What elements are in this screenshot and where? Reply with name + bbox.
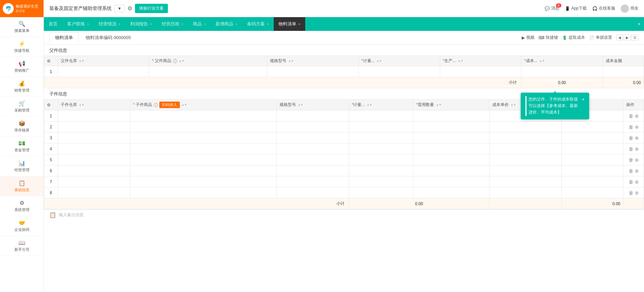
note-placeholder[interactable]: 输入备注信息 bbox=[59, 212, 84, 218]
close-all-tabs-button[interactable]: × bbox=[634, 21, 644, 27]
user-menu[interactable]: 用友 bbox=[621, 4, 639, 13]
sidebar-item-collab[interactable]: 🤝 企业协同 bbox=[0, 216, 44, 236]
child-warehouse-2[interactable] bbox=[58, 121, 130, 132]
tab-barcode-close[interactable]: × bbox=[267, 22, 269, 26]
child-col-settings[interactable]: ⚙ bbox=[44, 100, 58, 110]
trial-button[interactable]: 体验行业方案 bbox=[135, 4, 168, 13]
copy-row-6-button[interactable]: ⊕ bbox=[635, 168, 639, 174]
video-action[interactable]: ▶ 视频 bbox=[522, 35, 534, 40]
tab-barcode[interactable]: 条码方案 × bbox=[242, 17, 274, 31]
cost-tooltip: × 您的父件、子件的成本取值可以选择【参考成本、最新进价、平均成本】 bbox=[521, 93, 589, 119]
parent-warehouse-cell[interactable] bbox=[58, 66, 149, 77]
child-col-product: * 子件商品 i 扫码录入 ▲▼ bbox=[130, 100, 276, 110]
copy-row-2-button[interactable]: ⊕ bbox=[635, 124, 639, 130]
prev-tab-button[interactable]: ◀ bbox=[616, 35, 623, 40]
parent-col-settings[interactable]: ⚙ bbox=[44, 56, 58, 66]
sidebar-item-basic-info[interactable]: 📋 基础信息 bbox=[0, 176, 44, 196]
child-unit-2[interactable] bbox=[349, 121, 413, 132]
child-warehouse-1[interactable] bbox=[58, 110, 130, 121]
child-unit-1[interactable] bbox=[349, 110, 413, 121]
shortcut-action[interactable]: ⌨ 快捷键 bbox=[538, 35, 558, 40]
child-spec-1[interactable] bbox=[276, 110, 349, 121]
parent-unit-cell[interactable] bbox=[358, 66, 440, 77]
sidebar-item-operations[interactable]: 📊 经营管理 bbox=[0, 156, 44, 176]
sidebar-item-purchase[interactable]: 🛒 采购管理 bbox=[0, 97, 44, 117]
child-qty-1[interactable] bbox=[413, 110, 489, 121]
child-qty-2[interactable] bbox=[413, 121, 489, 132]
tab-history[interactable]: 经营历程 × bbox=[157, 17, 188, 31]
tab-history-close[interactable]: × bbox=[182, 22, 184, 26]
delete-row-6-button[interactable]: 🗑 bbox=[629, 168, 633, 174]
tab-customer[interactable]: 客户联络 × bbox=[62, 17, 94, 31]
tab-new-goods[interactable]: 新增商品 × bbox=[211, 17, 242, 31]
child-table-row: 7 🗑⊕ bbox=[44, 176, 644, 187]
parent-product-cell[interactable] bbox=[149, 66, 267, 77]
tab-profit[interactable]: 利润报告 × bbox=[125, 17, 157, 31]
parent-col-product: * 父件商品 i ▲▼ bbox=[149, 56, 267, 66]
tab-operations[interactable]: 经营情况 × bbox=[94, 17, 125, 31]
delete-row-1-button[interactable]: 🗑 bbox=[629, 113, 633, 119]
sub-tabs: 物料清单 物料清单编码 0000005 ▶ 视频 ⌨ 快捷键 💲 提取成本 bbox=[44, 31, 644, 45]
copy-row-8-button[interactable]: ⊕ bbox=[635, 190, 639, 196]
logo-sub: 标准版 bbox=[16, 9, 38, 13]
sub-tab-bom-list[interactable]: 物料清单 bbox=[49, 32, 79, 43]
delete-row-8-button[interactable]: 🗑 bbox=[629, 190, 633, 196]
child-cost-amount-2 bbox=[562, 121, 623, 132]
system-select-button[interactable]: ▼ bbox=[114, 5, 125, 12]
app-download-button[interactable]: 📱 App下载 bbox=[565, 5, 587, 11]
child-product-2[interactable] bbox=[130, 121, 276, 132]
message-badge: 6 bbox=[556, 3, 561, 8]
sidebar-item-system[interactable]: ⚙ 系统管理 bbox=[0, 196, 44, 216]
parent-col-unit: *计量... ▲▼ bbox=[358, 56, 440, 66]
copy-row-7-button[interactable]: ⊕ bbox=[635, 179, 639, 185]
delete-row-2-button[interactable]: 🗑 bbox=[629, 124, 633, 130]
menu-tab-button[interactable]: ☰ bbox=[631, 35, 639, 40]
tab-home[interactable]: 首页 bbox=[44, 17, 62, 31]
copy-row-3-button[interactable]: ⊕ bbox=[635, 135, 639, 141]
sub-tab-bom-code[interactable]: 物料清单编码 0000005 bbox=[80, 33, 136, 43]
sidebar-item-marketing[interactable]: 📢 营销推广 bbox=[0, 57, 44, 77]
parent-row-num: 1 bbox=[44, 66, 58, 77]
child-col-unit: *计量... ▲▼ bbox=[349, 100, 413, 110]
tab-goods-close[interactable]: × bbox=[204, 22, 206, 26]
parent-col-cost: *成本... ▲▼ bbox=[521, 56, 603, 66]
delete-row-7-button[interactable]: 🗑 bbox=[629, 179, 633, 185]
parent-spec-cell[interactable] bbox=[267, 66, 358, 77]
next-tab-button[interactable]: ▶ bbox=[624, 35, 631, 40]
copy-row-4-button[interactable]: ⊕ bbox=[635, 146, 639, 152]
child-spec-2[interactable] bbox=[276, 121, 349, 132]
parent-production-cell[interactable] bbox=[440, 66, 521, 77]
delete-row-5-button[interactable]: 🗑 bbox=[629, 157, 633, 163]
message-button[interactable]: 💬 消息 6 bbox=[545, 5, 559, 11]
child-table-row: 2 🗑 ⊕ bbox=[44, 121, 644, 132]
tab-operations-close[interactable]: × bbox=[119, 22, 121, 26]
sidebar-item-search[interactable]: 🔍 搜索菜单 bbox=[0, 17, 44, 37]
tab-new-goods-close[interactable]: × bbox=[235, 22, 237, 26]
tab-customer-close[interactable]: × bbox=[87, 22, 89, 26]
sidebar-item-finance[interactable]: 💵 资金管理 bbox=[0, 137, 44, 156]
parent-cost-cell[interactable] bbox=[521, 66, 603, 77]
online-service-button[interactable]: 🎧 在线客服 bbox=[592, 5, 615, 11]
sidebar-item-inventory[interactable]: 📦 库存核算 bbox=[0, 117, 44, 137]
tab-bom-close[interactable]: × bbox=[298, 22, 300, 26]
parent-col-cost-amount: 成本金额 bbox=[603, 56, 644, 66]
parent-col-production: *生产... ▲▼ bbox=[440, 56, 521, 66]
tab-profit-close[interactable]: × bbox=[150, 22, 152, 26]
child-unit-cost-2[interactable] bbox=[490, 121, 562, 132]
child-product-1[interactable] bbox=[130, 110, 276, 121]
single-settings-action[interactable]: 📄 单据设置 bbox=[589, 35, 612, 40]
tab-goods[interactable]: 商品 × bbox=[188, 17, 211, 31]
tooltip-close-button[interactable]: × bbox=[582, 96, 584, 103]
scan-input-button[interactable]: 扫码录入 bbox=[159, 102, 180, 108]
delete-row-3-button[interactable]: 🗑 bbox=[629, 135, 633, 141]
copy-row-5-button[interactable]: ⊕ bbox=[635, 157, 639, 163]
copy-row-1-button[interactable]: ⊕ bbox=[635, 113, 639, 119]
sidebar-item-quicknav[interactable]: ⚡ 快捷导航 bbox=[0, 37, 44, 57]
sidebar-item-guide[interactable]: 📖 新手引导 bbox=[0, 236, 44, 256]
delete-row-4-button[interactable]: 🗑 bbox=[629, 146, 633, 152]
extract-cost-action[interactable]: 💲 提取成本 bbox=[562, 35, 585, 40]
sidebar-item-label: 资金管理 bbox=[14, 148, 29, 153]
sidebar-item-sales[interactable]: 💰 销售管理 bbox=[0, 77, 44, 97]
tab-bom[interactable]: 物料清单 × bbox=[274, 17, 305, 31]
settings-icon[interactable]: ⚙ bbox=[127, 5, 132, 12]
